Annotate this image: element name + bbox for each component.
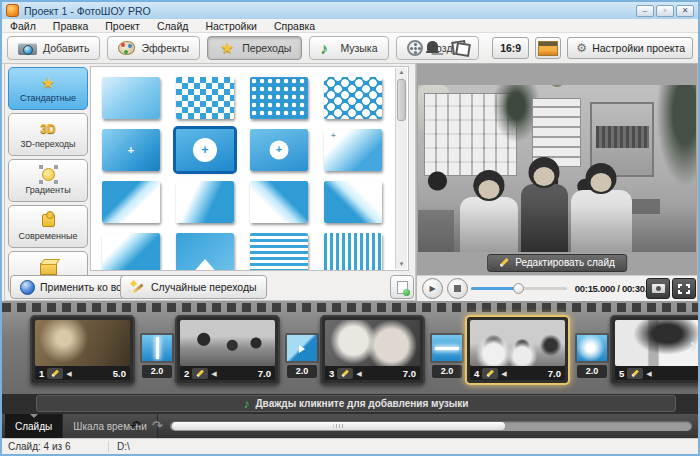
- sidebar-item-3[interactable]: Современные: [8, 205, 88, 248]
- aspect-ratio-button[interactable]: 16:9: [492, 37, 529, 59]
- slide-strip: 1◀5.0: [35, 366, 130, 380]
- edit-slide-button[interactable]: Редактировать слайд: [487, 254, 627, 272]
- speaker-icon[interactable]: ◀: [66, 370, 71, 377]
- transition-thumb-diagonal-2[interactable]: [176, 181, 234, 223]
- menu-item-2[interactable]: Проект: [105, 20, 140, 32]
- transition-thumb-v-lines[interactable]: [324, 233, 382, 271]
- seek-slider[interactable]: [471, 287, 567, 290]
- view-tab-1[interactable]: Шкала времени: [63, 414, 157, 438]
- transition-thumb-move-arrows[interactable]: [102, 129, 160, 171]
- menu-item-3[interactable]: Слайд: [157, 20, 189, 32]
- timeline-slide-1[interactable]: 1◀5.0: [30, 315, 135, 385]
- menu-item-1[interactable]: Правка: [53, 20, 88, 32]
- tab-star[interactable]: Переходы: [207, 36, 302, 60]
- timeline-slide-2[interactable]: 2◀7.0: [175, 315, 280, 385]
- timeline-scrollbar[interactable]: [170, 421, 692, 431]
- snapshot-button[interactable]: [646, 278, 670, 299]
- sidebar-icon-wrap: 3D: [40, 120, 55, 137]
- transitions-sidebar: Стандартные3D3D-переходыГрадиентыСовреме…: [8, 67, 88, 294]
- timeline-scrollbar-thumb[interactable]: [172, 422, 505, 430]
- transition-thumb-diagonal-3[interactable]: [250, 181, 308, 223]
- slide-photo: [35, 320, 130, 366]
- scroll-up-arrow-icon[interactable]: ▲: [396, 68, 407, 77]
- undo-button[interactable]: ↶: [130, 417, 141, 434]
- speaker-icon[interactable]: ◀: [211, 370, 216, 377]
- fullscreen-button[interactable]: [672, 278, 696, 299]
- export-button[interactable]: [390, 275, 414, 299]
- slide-strip: 4◀7.0: [470, 366, 565, 380]
- close-button[interactable]: ✕: [676, 5, 694, 17]
- timeline-slide-4[interactable]: 4◀7.0: [465, 315, 570, 385]
- sidebar-icon-wrap: [40, 258, 57, 275]
- sidebar-item-label: Современные: [19, 231, 78, 241]
- scene-button[interactable]: [535, 37, 561, 59]
- slide-edit-button[interactable]: [192, 368, 208, 379]
- transition-thumb-diagonal-5[interactable]: [102, 233, 160, 271]
- tab-note[interactable]: Музыка: [309, 36, 388, 60]
- photo-teacher: [418, 85, 449, 130]
- transition-thumb-hexagons[interactable]: [324, 77, 382, 119]
- minimize-button[interactable]: –: [636, 5, 654, 17]
- transition-thumb-checkerboard[interactable]: [176, 77, 234, 119]
- apply-sphere-icon: [20, 280, 35, 295]
- timeline-transition-3[interactable]: 2.0: [430, 333, 464, 378]
- project-settings-button[interactable]: Настройки проекта: [567, 37, 693, 59]
- photos-icon[interactable]: [451, 40, 468, 54]
- timeline-slide-5[interactable]: 5◀: [610, 315, 698, 385]
- slide-info: Слайд: 4 из 6: [8, 441, 108, 452]
- transition-thumb-chevron[interactable]: [176, 233, 234, 271]
- transition-glyph-wave: [430, 333, 464, 363]
- slide-edit-button[interactable]: [337, 368, 353, 379]
- transition-duration: 2.0: [432, 365, 462, 378]
- seek-thumb[interactable]: [513, 283, 524, 294]
- stop-button[interactable]: [447, 278, 468, 299]
- slide-edit-button[interactable]: [482, 368, 498, 379]
- title-bar: Проект 1 - ФотоШОУ PRO – ▫ ✕: [2, 2, 698, 19]
- play-button[interactable]: ▶: [422, 278, 443, 299]
- slide-strip: 2◀7.0: [180, 366, 275, 380]
- transition-thumb-circle-wipe[interactable]: [176, 129, 234, 171]
- tab-camera[interactable]: Добавить: [7, 36, 100, 60]
- timeline-transition-4[interactable]: 2.0: [575, 333, 609, 378]
- window-controls: – ▫ ✕: [636, 5, 694, 17]
- speaker-icon[interactable]: ◀: [501, 370, 506, 377]
- transition-thumb-circle-wipe-2[interactable]: [250, 129, 308, 171]
- transition-thumb-diagonal-1[interactable]: [102, 181, 160, 223]
- menu-item-4[interactable]: Настройки: [205, 20, 257, 32]
- scroll-down-arrow-icon[interactable]: ▼: [396, 260, 407, 269]
- pencil-icon: [342, 369, 349, 376]
- transitions-actions: Применить ко всем Случайные переходы: [8, 275, 414, 300]
- menu-item-0[interactable]: Файл: [10, 20, 36, 32]
- tab-palette[interactable]: Эффекты: [107, 36, 200, 60]
- transition-thumb-h-lines[interactable]: [250, 233, 308, 271]
- view-tab-0[interactable]: Слайды: [5, 414, 63, 438]
- project-path: D:\: [108, 441, 130, 452]
- sidebar-item-0[interactable]: Стандартные: [8, 67, 88, 110]
- transition-thumb-diagonal-4[interactable]: [324, 181, 382, 223]
- transition-thumb-corner-wipe[interactable]: [324, 129, 382, 171]
- tab-label: Добавить: [43, 42, 89, 54]
- notifications-bell-icon[interactable]: [426, 41, 439, 54]
- toolbar-right: 16:9 Настройки проекта: [492, 37, 693, 59]
- bottom-bar: СлайдыШкала времени ↶ ↷: [2, 414, 698, 438]
- timeline-scroll-right-chevron-icon[interactable]: ›: [690, 335, 697, 357]
- grid-scrollbar-thumb[interactable]: [397, 79, 406, 121]
- sidebar-item-1[interactable]: 3D3D-переходы: [8, 113, 88, 156]
- transition-thumb-soft-diagonal[interactable]: [102, 77, 160, 119]
- cube-icon: [40, 263, 57, 275]
- transition-duration: 2.0: [577, 365, 607, 378]
- maximize-button[interactable]: ▫: [656, 5, 674, 17]
- random-transitions-button[interactable]: Случайные переходы: [120, 275, 267, 299]
- add-music-bar[interactable]: ♪ Дважды кликните для добавления музыки: [36, 395, 676, 412]
- sidebar-item-2[interactable]: Градиенты: [8, 159, 88, 202]
- transition-thumb-dots[interactable]: [250, 77, 308, 119]
- slide-edit-button[interactable]: [627, 368, 643, 379]
- timeline-transition-2[interactable]: 2.0: [285, 333, 319, 378]
- timeline-transition-1[interactable]: 2.0: [140, 333, 174, 378]
- speaker-icon[interactable]: ◀: [646, 370, 651, 377]
- slide-edit-button[interactable]: [47, 368, 63, 379]
- menu-item-5[interactable]: Справка: [274, 20, 315, 32]
- speaker-icon[interactable]: ◀: [356, 370, 361, 377]
- timeline-slide-3[interactable]: 3◀7.0: [320, 315, 425, 385]
- redo-button[interactable]: ↷: [152, 417, 163, 434]
